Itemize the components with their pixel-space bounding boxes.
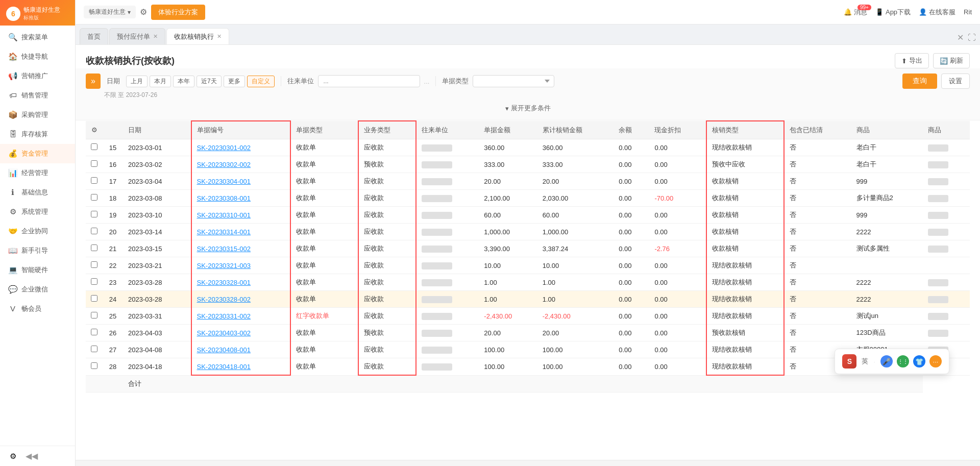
voucher-no-link[interactable]: SK-20230302-002 [197, 161, 251, 168]
horizontal-scrollbar[interactable] [76, 460, 980, 466]
company-selector[interactable]: 畅康道好生意 ▾ [84, 6, 136, 18]
th-settings[interactable]: ⚙ [86, 121, 103, 139]
row-select[interactable] [91, 278, 97, 285]
date-btn-7days[interactable]: 近7天 [197, 76, 222, 87]
row-select[interactable] [91, 211, 97, 217]
tab-home[interactable]: 首页 [80, 28, 108, 44]
row-checkbox[interactable] [86, 341, 103, 358]
row-select[interactable] [91, 346, 97, 352]
row-select[interactable] [91, 160, 97, 167]
voucher-no-link[interactable]: SK-20230315-002 [197, 245, 251, 253]
voucher-no-link[interactable]: SK-20230408-001 [197, 346, 251, 354]
row-voucher-type: 收款单 [290, 274, 358, 291]
th-verified-amount: 累计核销金额 [537, 121, 614, 139]
voucher-no-link[interactable]: SK-20230328-001 [197, 279, 251, 286]
grid-icon[interactable]: ⋮⋮ [897, 355, 909, 367]
row-select[interactable] [91, 143, 97, 150]
row-checkbox[interactable] [86, 207, 103, 224]
row-select[interactable] [91, 228, 97, 234]
sidebar-item-wechat[interactable]: 💬企业微信 [0, 280, 75, 299]
row-checkbox[interactable] [86, 173, 103, 190]
voucher-no-link[interactable]: SK-20230331-002 [197, 312, 251, 320]
sidebar-item-member[interactable]: V畅会员 [0, 299, 75, 318]
date-btn-this-year[interactable]: 本年 [173, 76, 194, 87]
date-btn-last-month[interactable]: 上月 [126, 76, 148, 87]
sidebar-item-corp[interactable]: 🤝企业协同 [0, 222, 75, 241]
voucher-type-select[interactable] [473, 75, 554, 87]
row-checkbox[interactable] [86, 325, 103, 341]
sidebar-item-nav[interactable]: 🏠快捷导航 [0, 47, 75, 66]
app-download-button[interactable]: 📱 App下载 [875, 8, 911, 17]
expand-more-button[interactable]: ▾ 展开更多条件 [501, 102, 555, 115]
row-checkbox[interactable] [86, 139, 103, 156]
export-button[interactable]: ⬆ 导出 [895, 53, 929, 68]
tab-maximize-icon[interactable]: ⛶ [968, 33, 976, 42]
query-button[interactable]: 查询 [902, 73, 937, 89]
date-btn-custom[interactable]: 自定义 [247, 76, 275, 87]
row-checkbox[interactable] [86, 240, 103, 257]
voucher-no-link[interactable]: SK-20230304-001 [197, 178, 251, 185]
row-checkbox[interactable] [86, 358, 103, 376]
row-select[interactable] [91, 177, 97, 184]
voucher-no-link[interactable]: SK-20230328-002 [197, 296, 251, 303]
sidebar-item-basic[interactable]: ℹ基础信息 [0, 183, 75, 202]
more-dots-icon[interactable]: ··· [929, 355, 942, 367]
sidebar-item-guide[interactable]: 📖新手引导 [0, 241, 75, 260]
user-name[interactable]: Rit [964, 8, 972, 16]
th-balance: 余额 [614, 121, 649, 139]
row-select[interactable] [91, 194, 97, 201]
row-checkbox[interactable] [86, 274, 103, 291]
row-checkbox[interactable] [86, 308, 103, 325]
message-button[interactable]: 🔔 消息 99+ [844, 8, 867, 17]
voucher-no-link[interactable]: SK-20230321-003 [197, 262, 251, 269]
row-select[interactable] [91, 295, 97, 302]
row-checkbox[interactable] [86, 224, 103, 240]
partner-more-icon[interactable]: ... [424, 78, 430, 85]
solution-button[interactable]: 体验行业方案 [151, 5, 205, 20]
tab-prepay[interactable]: 预付应付单 ✕ [109, 28, 165, 44]
voucher-no-link[interactable]: SK-20230403-002 [197, 329, 251, 337]
sidebar-item-operations[interactable]: 📊经营管理 [0, 163, 75, 183]
sidebar-item-hardware[interactable]: 💻智能硬件 [0, 260, 75, 280]
voucher-no-link[interactable]: SK-20230314-001 [197, 228, 251, 236]
table-area: ⚙ 日期 单据编号 单据类型 业务类型 往来单位 单据金额 累计核销金额 余额 … [76, 120, 980, 460]
row-checkbox[interactable] [86, 291, 103, 308]
settings-button[interactable]: 设置 [941, 73, 970, 89]
row-select[interactable] [91, 244, 97, 251]
row-select[interactable] [91, 362, 97, 369]
voucher-no-link[interactable]: SK-20230418-001 [197, 363, 251, 371]
online-support-button[interactable]: 👤 在线客服 [919, 8, 955, 17]
row-checkbox[interactable] [86, 190, 103, 207]
tab-close-all-icon[interactable]: ✕ [957, 33, 964, 42]
sidebar-item-purchase[interactable]: 📦采购管理 [0, 105, 75, 125]
row-select[interactable] [91, 261, 97, 268]
sidebar-item-sales[interactable]: 🏷销售管理 [0, 86, 75, 105]
collapse-toggle[interactable]: ◀◀ [26, 451, 38, 461]
voucher-no-link[interactable]: SK-20230308-001 [197, 194, 251, 202]
voucher-no-link[interactable]: SK-20230301-002 [197, 144, 251, 152]
sidebar-item-search[interactable]: 🔍搜索菜单 [0, 28, 75, 47]
filter-expand-left-btn[interactable]: » [86, 73, 101, 89]
tab-receipt-close[interactable]: ✕ [217, 33, 222, 40]
partner-input[interactable] [318, 75, 420, 87]
voucher-no-link[interactable]: SK-20230310-001 [197, 211, 251, 219]
sidebar-item-inventory[interactable]: 🗄库存核算 [0, 125, 75, 144]
sidebar-item-system[interactable]: ⚙系统管理 [0, 202, 75, 222]
settings-gear-icon[interactable]: ⚙ [140, 7, 147, 17]
row-select[interactable] [91, 329, 97, 335]
settings-icon[interactable]: ⚙ [8, 452, 17, 461]
shirt-icon[interactable]: 👕 [913, 355, 925, 367]
tab-prepay-close[interactable]: ✕ [153, 33, 158, 40]
sidebar-item-marketing[interactable]: 📢营销推广 [0, 66, 75, 86]
row-checkbox[interactable] [86, 257, 103, 274]
row-checkbox[interactable] [86, 156, 103, 173]
microphone-icon[interactable]: 🎤 [880, 355, 893, 367]
row-select[interactable] [91, 312, 97, 318]
support-icon: 👤 [919, 8, 927, 16]
refresh-button[interactable]: 🔄 刷新 [933, 53, 970, 68]
tab-receipt[interactable]: 收款核销执行 ✕ [166, 28, 229, 44]
date-btn-more[interactable]: 更多 [224, 76, 245, 87]
row-voucher-no: SK-20230315-002 [191, 240, 291, 257]
date-btn-this-month[interactable]: 本月 [150, 76, 171, 87]
sidebar-item-finance[interactable]: 💰资金管理 [0, 144, 75, 163]
